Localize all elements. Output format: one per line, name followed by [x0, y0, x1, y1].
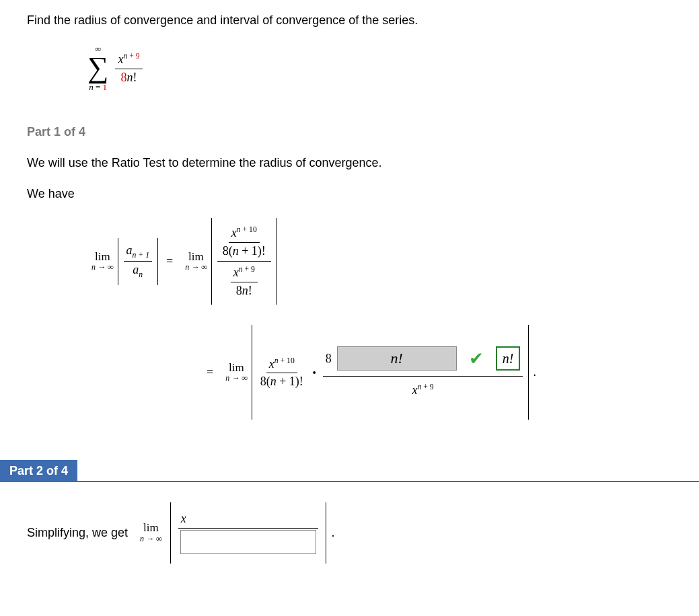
- part-2-tab: Part 2 of 4: [0, 460, 77, 482]
- sum-lower: n = 1: [89, 83, 107, 91]
- series-fraction: xn + 9 8n!: [115, 50, 142, 86]
- series-formula: ∞ ∑ n = 1 xn + 9 8n!: [87, 41, 672, 91]
- part-2-content: Simplifying, we get lim n → ∞ x .: [27, 502, 672, 564]
- answer-input-1[interactable]: n!: [337, 346, 457, 371]
- part-1-line-1: We will use the Ratio Test to determine …: [27, 156, 672, 170]
- ratio-limit-step-1: lim n → ∞ an + 1 an = lim n → ∞ xn + 10 …: [87, 218, 672, 305]
- part-2-header: Part 2 of 4: [0, 460, 699, 482]
- sigma-icon: ∑: [87, 53, 108, 83]
- simplifying-text: Simplifying, we get: [27, 526, 128, 540]
- correct-answer-chip: n!: [496, 346, 521, 371]
- ratio-limit-step-2: = lim n → ∞ xn + 10 8(n + 1)! • 8 n! ✔ n…: [198, 325, 672, 420]
- check-icon: ✔: [469, 348, 484, 369]
- part-1-line-2: We have: [27, 187, 672, 201]
- answer-input-2[interactable]: [180, 530, 316, 554]
- part-1-heading: Part 1 of 4: [27, 125, 672, 139]
- problem-statement: Find the radius of convergence and inter…: [27, 13, 672, 28]
